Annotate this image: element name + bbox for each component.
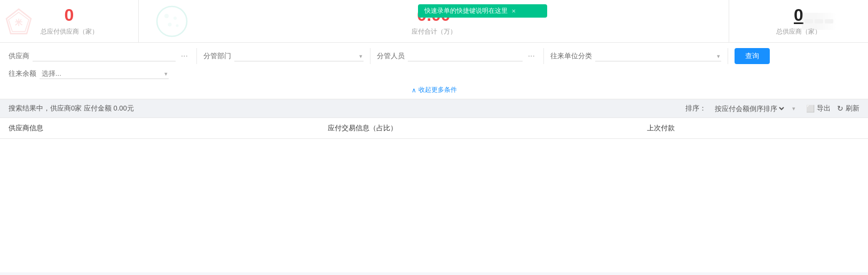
- table-header: 供应商信息 应付交易信息（占比） 上次付款: [0, 118, 868, 139]
- refresh-button[interactable]: ↻ 刷新: [837, 104, 859, 113]
- unit-category-label: 往来单位分类: [550, 51, 592, 61]
- refresh-icon: ↻: [837, 104, 843, 113]
- department-filter-item: 分管部门 ▾: [203, 51, 364, 61]
- collapse-button[interactable]: ∧ 收起更多条件: [412, 85, 457, 95]
- total-payable-suppliers-label: 总应付供应商（家）: [41, 27, 98, 36]
- total-payable-suppliers-number: 0: [65, 6, 74, 25]
- export-label: 导出: [817, 104, 831, 113]
- col-supplier-header: 供应商信息: [9, 123, 328, 133]
- supplier-label: 供应商: [9, 51, 29, 61]
- svg-point-5: [173, 17, 177, 20]
- tooltip-text: 快速录单的快捷键说明在这里: [424, 6, 508, 15]
- department-chevron-icon: ▾: [359, 53, 362, 60]
- table-body: [0, 139, 868, 272]
- results-actions: 排序： 按应付会额倒序排序 按应付会额升序排序 ▾ ⬜ 导出 ↻ 刷新: [685, 104, 859, 113]
- collapse-bar: ∧ 收起更多条件: [9, 83, 859, 99]
- tooltip-close-icon[interactable]: ×: [512, 7, 516, 15]
- unit-category-filter-item: 往来单位分类 ▾: [550, 51, 721, 61]
- export-button[interactable]: ⬜ 导出: [806, 104, 831, 113]
- placeholder-watermark-icon: [802, 13, 836, 30]
- person-label: 分管人员: [377, 51, 405, 61]
- filter-row-2: 往来余额 ▾: [9, 68, 859, 79]
- stat-total-payable-suppliers: 米 0 总应付供应商（家）: [0, 0, 139, 42]
- cookie-watermark-icon: [155, 4, 189, 38]
- unit-category-input[interactable]: [595, 51, 721, 61]
- stats-bar: 米 0 总应付供应商（家） 快速录单的快捷键说明在这里 × 0.00 应付合计（…: [0, 0, 868, 43]
- collapse-chevron-icon: ∧: [412, 87, 416, 94]
- shortcut-tooltip: 快速录单的快捷键说明在这里 ×: [418, 4, 548, 18]
- department-input[interactable]: [234, 51, 364, 61]
- unit-category-chevron-icon: ▾: [717, 53, 720, 60]
- payable-total-label: 应付合计（万）: [412, 27, 456, 36]
- refresh-label: 刷新: [846, 104, 859, 113]
- supplier-dots[interactable]: ···: [179, 51, 190, 61]
- results-bar: 搜索结果中，供应商0家 应付金额 0.00元 排序： 按应付会额倒序排序 按应付…: [0, 99, 868, 118]
- sort-select[interactable]: 按应付会额倒序排序 按应付会额升序排序: [713, 104, 786, 113]
- export-icon: ⬜: [806, 105, 815, 113]
- svg-point-3: [157, 6, 187, 36]
- col-transaction-header: 应付交易信息（占比）: [328, 123, 647, 133]
- query-button[interactable]: 查询: [735, 48, 770, 64]
- balance-input[interactable]: [40, 68, 169, 79]
- sort-label: 排序：: [685, 104, 706, 113]
- balance-label: 往来余额: [9, 69, 36, 78]
- diamond-watermark-icon: 米: [5, 8, 32, 35]
- tooltip-dot: [523, 9, 528, 13]
- balance-filter-item: 往来余额 ▾: [9, 68, 169, 79]
- collapse-label: 收起更多条件: [419, 85, 457, 95]
- person-dots[interactable]: ···: [526, 51, 537, 61]
- filter-row-1: 供应商 ··· 分管部门 ▾ 分管人员 ··· 往来单位分类 ▾: [9, 48, 859, 64]
- svg-point-6: [168, 22, 172, 26]
- person-filter-item: 分管人员 ···: [377, 51, 537, 61]
- col-last-payment-header: 上次付款: [647, 123, 860, 133]
- svg-point-7: [176, 24, 179, 27]
- svg-text:米: 米: [14, 18, 23, 27]
- supplier-filter-item: 供应商 ···: [9, 51, 190, 61]
- stat-payable-total: 快速录单的快捷键说明在这里 × 0.00 应付合计（万）: [139, 0, 729, 42]
- sort-chevron-icon: ▾: [792, 105, 795, 112]
- balance-chevron-icon: ▾: [164, 70, 168, 77]
- results-info: 搜索结果中，供应商0家 应付金额 0.00元: [9, 104, 134, 113]
- filter-bar: 供应商 ··· 分管部门 ▾ 分管人员 ··· 往来单位分类 ▾: [0, 43, 868, 99]
- stat-total-suppliers: 0 总供应商（家）: [729, 0, 868, 42]
- department-label: 分管部门: [203, 51, 231, 61]
- supplier-input[interactable]: [33, 51, 176, 61]
- person-input[interactable]: [408, 51, 523, 61]
- svg-point-4: [164, 14, 169, 18]
